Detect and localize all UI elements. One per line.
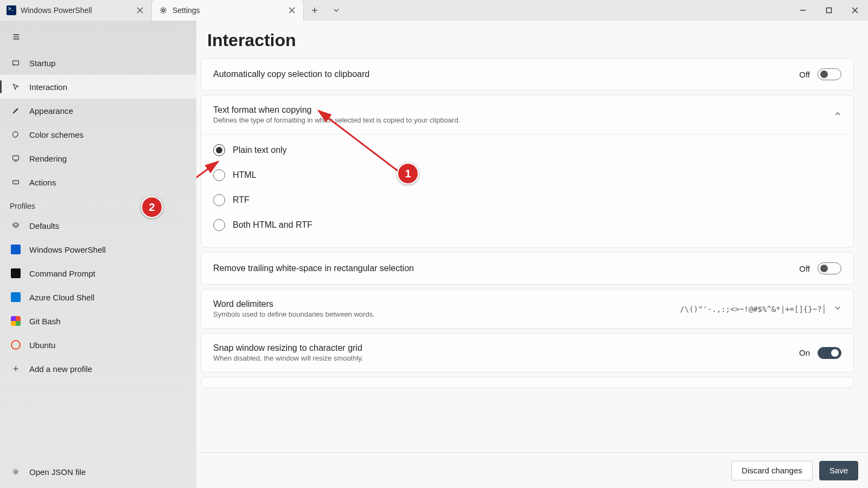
sidebar: Startup Interaction Appearance Color sch…: [0, 21, 196, 488]
page-title: Interaction: [196, 21, 868, 58]
sidebar-item-rendering[interactable]: Rendering: [0, 146, 196, 170]
sidebar-item-profile-git-bash[interactable]: Git Bash: [0, 309, 196, 333]
chevron-down-icon: [834, 304, 841, 314]
close-icon[interactable]: [287, 5, 297, 15]
palette-icon: [11, 130, 21, 139]
setting-word-delimiters[interactable]: Word delimiters Symbols used to define b…: [201, 289, 854, 329]
setting-description: Symbols used to define boundaries betwee…: [213, 310, 672, 318]
sidebar-item-label: Open JSON file: [29, 467, 86, 477]
radio-label: HTML: [233, 170, 257, 180]
svg-point-3: [14, 65, 15, 65]
nav-general: Startup Interaction Appearance Color sch…: [0, 51, 196, 194]
main-content: Interaction Automatically copy selection…: [196, 21, 868, 488]
sidebar-item-profile-powershell[interactable]: Windows PowerShell: [0, 237, 196, 261]
discard-changes-button[interactable]: Discard changes: [731, 461, 813, 480]
toggle-state: Off: [799, 70, 810, 79]
tab-label: Settings: [173, 6, 283, 15]
gear-icon: [11, 467, 21, 477]
text-format-options: Plain text only HTML RTF Both HTML and R…: [201, 134, 853, 247]
sidebar-item-label: Command Prompt: [29, 269, 95, 278]
radio-rtf[interactable]: RTF: [213, 188, 841, 213]
tab-powershell[interactable]: Windows PowerShell: [0, 0, 152, 21]
radio-plain-text[interactable]: Plain text only: [213, 138, 841, 163]
sidebar-item-label: Defaults: [29, 221, 59, 230]
interaction-icon: [11, 82, 21, 92]
close-icon[interactable]: [135, 5, 145, 15]
setting-auto-copy[interactable]: Automatically copy selection to clipboar…: [201, 58, 854, 91]
sidebar-item-color-schemes[interactable]: Color schemes: [0, 123, 196, 146]
sidebar-item-label: Color schemes: [29, 130, 84, 139]
monitor-icon: [11, 153, 21, 163]
toggle-state: On: [799, 348, 810, 357]
setting-title: Remove trailing white-space in rectangul…: [213, 264, 792, 273]
setting-partial: [201, 377, 854, 388]
sidebar-item-open-json[interactable]: Open JSON file: [0, 460, 196, 484]
powershell-icon: [11, 245, 21, 254]
sidebar-item-label: Startup: [29, 59, 55, 68]
tab-label: Windows PowerShell: [21, 6, 131, 15]
profiles-header: Profiles: [0, 194, 196, 214]
sidebar-item-label: Appearance: [29, 106, 73, 115]
sidebar-item-label: Ubuntu: [29, 341, 55, 350]
svg-point-6: [15, 471, 17, 473]
chevron-up-icon: [834, 110, 841, 120]
nav-profiles: Defaults Windows PowerShell Command Prom…: [0, 214, 196, 381]
radio-icon: [213, 144, 225, 156]
radio-icon: [213, 169, 225, 181]
sidebar-item-label: Azure Cloud Shell: [29, 293, 94, 302]
sidebar-item-add-profile[interactable]: Add a new profile: [0, 357, 196, 381]
git-bash-icon: [11, 316, 21, 326]
ubuntu-icon: [11, 340, 21, 350]
toggle-trailing-whitespace[interactable]: [818, 262, 841, 274]
tab-dropdown-button[interactable]: [326, 0, 347, 21]
maximize-button[interactable]: [816, 0, 842, 21]
setting-snap-resize[interactable]: Snap window resizing to character grid W…: [201, 333, 854, 373]
new-tab-button[interactable]: [304, 0, 326, 21]
radio-both[interactable]: Both HTML and RTF: [213, 213, 841, 237]
sidebar-item-interaction[interactable]: Interaction: [0, 75, 196, 99]
setting-description: When disabled, the window will resize sm…: [213, 354, 792, 362]
cmd-icon: [11, 268, 21, 278]
svg-rect-4: [13, 156, 19, 160]
setting-title: Automatically copy selection to clipboar…: [213, 69, 792, 79]
setting-trailing-whitespace[interactable]: Remove trailing white-space in rectangul…: [201, 252, 854, 285]
setting-header-text-format[interactable]: Text format when copying Defines the typ…: [201, 95, 853, 134]
titlebar: Windows PowerShell Settings: [0, 0, 868, 21]
setting-title: Word delimiters: [213, 299, 672, 309]
azure-icon: [11, 292, 21, 302]
radio-label: Plain text only: [233, 145, 287, 155]
settings-scroll[interactable]: Automatically copy selection to clipboar…: [196, 58, 868, 452]
setting-title: Snap window resizing to character grid: [213, 343, 792, 353]
sidebar-item-defaults[interactable]: Defaults: [0, 214, 196, 237]
radio-label: RTF: [233, 195, 250, 205]
sidebar-item-label: Actions: [29, 178, 56, 187]
setting-description: Defines the type of formatting in which …: [213, 116, 826, 124]
plus-icon: [11, 364, 21, 374]
sidebar-item-profile-ubuntu[interactable]: Ubuntu: [0, 333, 196, 357]
toggle-state: Off: [799, 264, 810, 273]
sidebar-item-label: Windows PowerShell: [29, 245, 106, 254]
sidebar-item-label: Add a new profile: [29, 364, 92, 374]
startup-icon: [11, 58, 21, 68]
sidebar-item-label: Git Bash: [29, 317, 61, 326]
toggle-snap-resize[interactable]: [818, 347, 841, 359]
save-button[interactable]: Save: [819, 461, 858, 480]
minimize-button[interactable]: [790, 0, 816, 21]
sidebar-item-profile-azure[interactable]: Azure Cloud Shell: [0, 285, 196, 309]
layers-icon: [11, 221, 21, 230]
sidebar-item-profile-cmd[interactable]: Command Prompt: [0, 261, 196, 285]
radio-icon: [213, 194, 225, 206]
hamburger-button[interactable]: [4, 25, 28, 49]
sidebar-item-actions[interactable]: Actions: [0, 170, 196, 194]
setting-text-format: Text format when copying Defines the typ…: [201, 95, 854, 248]
sidebar-item-appearance[interactable]: Appearance: [0, 99, 196, 123]
tab-settings[interactable]: Settings: [152, 0, 304, 21]
close-window-button[interactable]: [842, 0, 868, 21]
toggle-auto-copy[interactable]: [818, 68, 841, 80]
radio-html[interactable]: HTML: [213, 163, 841, 188]
sidebar-item-label: Rendering: [29, 154, 67, 163]
keyboard-icon: [11, 177, 21, 187]
svg-point-0: [162, 9, 164, 11]
sidebar-item-label: Interaction: [29, 82, 67, 92]
sidebar-item-startup[interactable]: Startup: [0, 51, 196, 75]
